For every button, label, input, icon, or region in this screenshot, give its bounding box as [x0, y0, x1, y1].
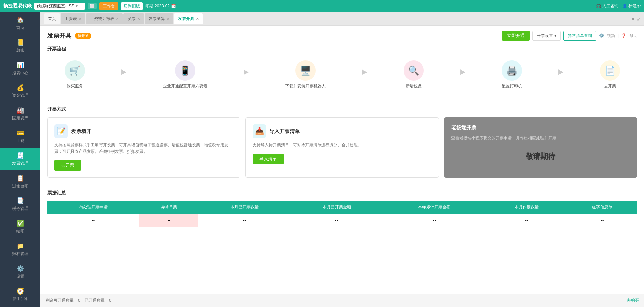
sidebar-item-label: 总账: [16, 48, 24, 53]
sidebar-item-purchase[interactable]: 📋 进销台账: [0, 170, 40, 193]
report-icon: 📊: [17, 61, 24, 69]
sidebar-item-settle[interactable]: ✅ 结账: [0, 216, 40, 238]
page-header: 发票开具 待开通 立即开通 开票设置 ▾ 异常清单查询 ⚙️ 视频 | ❓: [47, 31, 637, 41]
tab-home[interactable]: 首页: [44, 13, 60, 24]
process-step-label: 购买服务: [67, 83, 83, 89]
tab-bar: 首页 工资表 ✕ 工资统计报表 ✕ 发票 ✕ 发票测算 ✕ 发票开具 ✕: [40, 12, 644, 26]
copy-icon[interactable]: ⬜: [88, 3, 97, 9]
company-selector[interactable]: (勉励) 江西服室-LSS ▾: [34, 3, 85, 10]
cell-void-count: --: [486, 214, 567, 227]
arrow-icon: ▶: [558, 67, 563, 82]
top-bar: 畅捷通易代账 (勉励) 江西服室-LSS ▾ ⬜ 工作台 切到旧版 账期 202…: [0, 0, 644, 12]
tab-close-icon[interactable]: ✕: [137, 17, 140, 21]
consult-button[interactable]: 🎧 人工咨询: [596, 3, 618, 9]
sidebar-item-home[interactable]: 🏠 首页: [0, 12, 40, 35]
settings-button-label: 开票设置: [537, 33, 553, 39]
process-step-taxbox: 🔍 新增税盘: [404, 60, 424, 89]
col-monthly-amount: 本月已开票金额: [291, 201, 383, 214]
cell-red-info: --: [567, 214, 637, 227]
process-step-label: 去开票: [604, 83, 616, 89]
sidebar-item-label: 发票管理: [12, 161, 28, 166]
method-card-header: 📥 导入开票清单: [253, 124, 432, 138]
calendar-icon[interactable]: 📅: [171, 4, 176, 8]
switch-version-button[interactable]: 切到旧版: [121, 2, 143, 10]
purchase-icon: 📋: [17, 174, 24, 182]
go-issue-button[interactable]: 去开票: [54, 160, 81, 171]
tab-salary-report[interactable]: 工资统计报表 ✕: [86, 13, 123, 24]
tab-bar-right: ✕ ⤢: [631, 16, 641, 22]
chevron-down-icon: ▾: [554, 33, 556, 38]
sidebar-item-label: 报表中心: [12, 70, 28, 76]
period-info: 账期 2023-02 📅: [145, 3, 176, 9]
app-logo: 畅捷通易代账: [3, 3, 32, 9]
sidebar-item-member[interactable]: 👑 畅会员: [0, 305, 40, 307]
col-monthly-count: 本月已开票数量: [198, 201, 290, 214]
bottom-bar: 剩余可开通数量：0 已开通数量：0 去购买: [40, 294, 644, 307]
process-flow-title: 开票流程: [47, 46, 637, 52]
home-icon: 🏠: [17, 16, 24, 24]
import-list-icon: 📥: [253, 124, 266, 138]
immediate-open-button[interactable]: 立即开通: [502, 31, 530, 41]
tab-close-icon[interactable]: ✕: [116, 17, 119, 21]
archive-icon: 📁: [17, 242, 24, 250]
buy-service-icon: 🛒: [65, 60, 85, 81]
help-icon: ❓: [621, 33, 626, 38]
sidebar-item-report[interactable]: 📊 报表中心: [0, 57, 40, 80]
col-abnormal: 异常单票: [139, 201, 198, 214]
page-content: 发票开具 待开通 立即开通 开票设置 ▾ 异常清单查询 ⚙️ 视频 | ❓: [40, 26, 644, 294]
add-taxbox-icon: 🔍: [404, 60, 424, 81]
method-card-manual: 📝 发票填开 支持按照发票样式手工填写开发票；可开具增值税电子普通发票、增值税普…: [47, 117, 240, 178]
tab-close-icon[interactable]: ✕: [167, 17, 169, 21]
process-step-label: 企业开通配置开票六要素: [163, 83, 207, 89]
arrow-icon: ▶: [362, 67, 367, 82]
sidebar-bottom: 🧭 新手引导 👑 畅会员 📌 取消固定: [0, 283, 40, 307]
tab-salary-table[interactable]: 工资表 ✕: [61, 13, 85, 24]
settings-button[interactable]: 开票设置 ▾: [532, 31, 561, 41]
close-all-tabs-icon[interactable]: ✕: [631, 16, 635, 22]
invoice-icon: 🧾: [17, 152, 24, 159]
table-header-row: 待处理开票申请 异常单票 本月已开票数量 本月已开票金额 本年累计开票金额 本月…: [47, 201, 637, 214]
buy-link[interactable]: 去购买: [627, 298, 639, 303]
tab-close-icon[interactable]: ✕: [196, 17, 199, 21]
cell-pending: --: [47, 214, 139, 227]
tab-invoice-issue[interactable]: 发票开具 ✕: [174, 13, 203, 24]
tab-label: 发票测算: [149, 16, 165, 22]
workbench-button[interactable]: 工作台: [99, 2, 118, 10]
enterprise-config-icon: 📱: [175, 60, 195, 81]
cell-yearly-amount: --: [383, 214, 486, 227]
process-step-label: 配置打印机: [502, 83, 522, 89]
tab-invoice[interactable]: 发票 ✕: [123, 13, 144, 24]
sidebar-item-guide[interactable]: 🧭 新手引导: [0, 283, 40, 305]
tab-label: 工资统计报表: [90, 16, 114, 22]
company-name: (勉励) 江西服室-LSS: [37, 3, 74, 9]
settings-icon: ⚙️: [17, 265, 24, 272]
method-card-boss: 老板端开票 查看老板端小程序提交的开票申请，并作出相应处理并开票 敬请期待: [444, 117, 637, 178]
divider: [47, 101, 637, 101]
sidebar-item-archive[interactable]: 📁 归档管理: [0, 238, 40, 261]
restore-icon[interactable]: ⤢: [637, 16, 641, 22]
sidebar-item-fund[interactable]: 💰 资金管理: [0, 80, 40, 103]
headset-icon: 🎧: [596, 4, 601, 8]
view-label: 视频: [607, 33, 615, 39]
sidebar-item-tax[interactable]: 📑 税务管理: [0, 193, 40, 216]
sidebar-item-invoice[interactable]: 🧾 发票管理: [0, 148, 40, 170]
download-robot-icon: 🖥️: [295, 60, 316, 81]
settle-icon: ✅: [17, 220, 24, 227]
sidebar-item-settings[interactable]: ⚙️ 设置: [0, 261, 40, 283]
tab-invoice-calc[interactable]: 发票测算 ✕: [145, 13, 173, 24]
arrow-icon: ▶: [244, 67, 249, 82]
sidebar-item-payroll[interactable]: 💳 工资: [0, 125, 40, 148]
sidebar-item-asset[interactable]: 🏭 固定资产: [0, 103, 40, 125]
user-avatar[interactable]: 👤 徐泾华: [622, 3, 641, 9]
view-icon: ⚙️: [599, 33, 604, 38]
import-list-button[interactable]: 导入清单: [253, 154, 284, 164]
manual-fill-icon: 📝: [54, 124, 68, 138]
tab-close-icon[interactable]: ✕: [79, 17, 81, 21]
page-header-actions: 立即开通 开票设置 ▾ 异常清单查询 ⚙️ 视频 | ❓ 帮助: [502, 31, 637, 41]
page-title-area: 发票开具 待开通: [47, 32, 91, 40]
abnormal-query-button[interactable]: 异常清单查询: [563, 31, 596, 41]
period-label: 账期: [145, 3, 153, 9]
sidebar-item-ledger[interactable]: 📒 总账: [0, 35, 40, 57]
fund-icon: 💰: [17, 84, 24, 91]
asset-icon: 🏭: [17, 107, 24, 114]
